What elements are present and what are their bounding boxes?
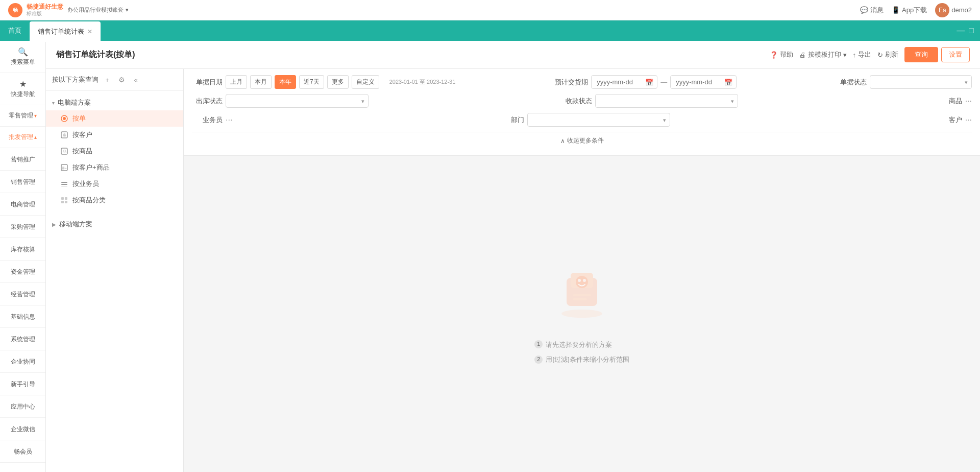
filter-row-3: 业务员 ··· 部门: [192, 113, 972, 127]
sidebar-item-new-user-guide[interactable]: 新手引导: [0, 373, 45, 395]
scheme-group-pc[interactable]: ▾ 电脑端方案: [46, 95, 183, 110]
sidebar-item-app-center[interactable]: 应用中心: [0, 395, 45, 418]
page-title: 销售订单统计表(按单): [56, 50, 135, 66]
filter-row-1: 单据日期 上月 本月 本年 近7天 更多 自定义 2023-01-0: [192, 75, 972, 89]
sidebar-item-wholesale-mgmt[interactable]: 批发管理 ▴: [0, 127, 45, 148]
window-maximize-btn[interactable]: □: [969, 26, 974, 35]
svg-rect-13: [61, 201, 64, 203]
query-button[interactable]: 查询: [904, 47, 938, 62]
svg-rect-10: [61, 186, 67, 186]
svg-text:客: 客: [63, 133, 66, 137]
sidebar-item-vip-member[interactable]: 畅会员: [0, 440, 45, 463]
salesperson-label: 业务员: [192, 115, 223, 125]
customer-scheme-icon: 客: [60, 131, 68, 139]
date-last-7days-btn[interactable]: 近7天: [299, 75, 324, 89]
scheme-item-by-category[interactable]: 按商品分类: [46, 192, 183, 208]
scheme-settings-btn[interactable]: ⚙: [116, 74, 127, 85]
sidebar-item-marketing[interactable]: 营销推广: [0, 148, 45, 171]
scheme-item-by-salesperson[interactable]: 按业务员: [46, 176, 183, 192]
doc-status-select[interactable]: [870, 75, 972, 89]
tabbar: 首页 销售订单统计表 ✕ — □: [0, 20, 980, 41]
sidebar-item-finance-mgmt[interactable]: 资金管理: [0, 261, 45, 283]
ship-status-select[interactable]: [226, 94, 369, 108]
sidebar-item-retail-mgmt[interactable]: 零售管理 ▾: [0, 105, 45, 127]
sidebar-item-ecommerce-mgmt[interactable]: 电商管理: [0, 193, 45, 216]
svg-rect-22: [573, 298, 587, 300]
svg-point-19: [578, 279, 581, 282]
category-scheme-icon: [60, 196, 68, 204]
sidebar-item-basic-info[interactable]: 基础信息: [0, 305, 45, 328]
inner-layout: 按以下方案查询 + ⚙ « ▾ 电脑端方案: [46, 69, 980, 472]
app-name: 畅捷通好生意: [27, 3, 63, 10]
sidebar-item-sales-mgmt[interactable]: 销售管理: [0, 171, 45, 193]
date-last-month-btn[interactable]: 上月: [226, 75, 247, 89]
user-avatar-btn[interactable]: Ea demo2: [935, 3, 972, 17]
scheme-section-mobile: ▶ 移动端方案: [46, 213, 183, 236]
topbar-left: 畅 畅捷通好生意 标准版 办公用品行业模拟账套 ▾: [8, 3, 129, 17]
scheme-item-by-product[interactable]: 品 按商品: [46, 143, 183, 159]
empty-illustration: [551, 263, 612, 335]
tabbar-right: — □: [957, 26, 980, 35]
expected-delivery-start-wrap: 📅: [591, 75, 657, 89]
expected-delivery-start-input[interactable]: [591, 75, 657, 89]
scheme-group-mobile[interactable]: ▶ 移动端方案: [46, 217, 183, 232]
scheme-item-by-order[interactable]: 按单: [46, 110, 183, 127]
payment-status-label: 收款状态: [561, 97, 592, 106]
export-btn[interactable]: ↑ 导出: [853, 50, 872, 59]
app-version: 标准版: [27, 11, 63, 17]
collapse-panel-btn[interactable]: «: [130, 74, 141, 85]
filter-area: 单据日期 上月 本月 本年 近7天 更多 自定义 2023-01-0: [184, 69, 980, 156]
sidebar-item-inventory[interactable]: 库存核算: [0, 238, 45, 261]
svg-rect-21: [573, 294, 591, 296]
sidebar-item-search-menu[interactable]: 🔍 搜索菜单: [0, 41, 45, 73]
salesperson-picker-btn[interactable]: ···: [226, 115, 232, 125]
scheme-section-pc: ▾ 电脑端方案 按单 客 按客户: [46, 91, 183, 213]
help-btn[interactable]: ❓ 帮助: [770, 50, 793, 59]
collapse-filter-btn[interactable]: ∧ 收起更多条件: [192, 132, 972, 149]
window-minimize-btn[interactable]: —: [957, 26, 965, 35]
sidebar-item-enterprise-collab[interactable]: 企业协同: [0, 350, 45, 373]
right-panel: 单据日期 上月 本月 本年 近7天 更多 自定义 2023-01-0: [184, 69, 980, 472]
svg-rect-8: [61, 182, 67, 183]
add-scheme-btn[interactable]: +: [102, 74, 113, 85]
filter-product-item: 商品 ···: [932, 97, 972, 106]
refresh-btn[interactable]: ↻ 刷新: [877, 50, 898, 59]
sidebar-item-purchase-mgmt[interactable]: 采购管理: [0, 216, 45, 238]
sidebar-item-quick-nav[interactable]: ★ 快捷导航: [0, 73, 45, 105]
svg-text:品: 品: [63, 150, 66, 153]
customer-picker-btn[interactable]: ···: [965, 115, 972, 125]
product-picker-btn[interactable]: ···: [965, 97, 972, 106]
dropdown-title[interactable]: 办公用品行业模拟账套 ▾: [67, 6, 129, 14]
date-custom-btn[interactable]: 自定义: [352, 75, 379, 89]
department-select[interactable]: [527, 113, 670, 127]
tab-sales-order-stats[interactable]: 销售订单统计表 ✕: [30, 21, 101, 42]
product-label: 商品: [932, 97, 962, 106]
sidebar-item-operations-mgmt[interactable]: 经营管理: [0, 283, 45, 305]
svg-text:客+: 客+: [62, 166, 67, 170]
filter-salesperson-item: 业务员 ···: [192, 115, 232, 125]
svg-rect-9: [61, 184, 67, 185]
setting-button[interactable]: 设置: [941, 47, 970, 62]
payment-status-select[interactable]: [595, 94, 738, 108]
expected-delivery-end-input[interactable]: [670, 75, 737, 89]
date-this-year-btn[interactable]: 本年: [275, 75, 296, 89]
date-this-month-btn[interactable]: 本月: [250, 75, 272, 89]
scheme-item-by-customer-product[interactable]: 客+ 按客户+商品: [46, 159, 183, 176]
logo: 畅: [8, 3, 22, 17]
sidebar-item-system-mgmt[interactable]: 系统管理: [0, 328, 45, 350]
date-more-btn[interactable]: 更多: [327, 75, 349, 89]
template-print-btn[interactable]: 🖨 按模板打印 ▾: [799, 50, 847, 59]
product-scheme-icon: 品: [60, 147, 68, 155]
scheme-item-by-customer[interactable]: 客 按客户: [46, 127, 183, 143]
tab-home[interactable]: 首页: [0, 20, 30, 41]
empty-hint: 1 请先选择要分析的方案 2 用[过滤]条件来缩小分析范围: [534, 339, 629, 366]
main-action-buttons: 查询 设置: [904, 47, 970, 62]
messages-btn[interactable]: 💬 消息: [860, 6, 884, 15]
radio-icon: [60, 114, 68, 123]
salesperson-scheme-icon: [60, 180, 68, 188]
filter-department-item: 部门: [494, 113, 670, 127]
tab-close-icon[interactable]: ✕: [87, 28, 92, 35]
svg-point-20: [583, 279, 586, 282]
sidebar-item-enterprise-wechat[interactable]: 企业微信: [0, 418, 45, 440]
app-download-btn[interactable]: 📱 App下载: [892, 6, 927, 15]
